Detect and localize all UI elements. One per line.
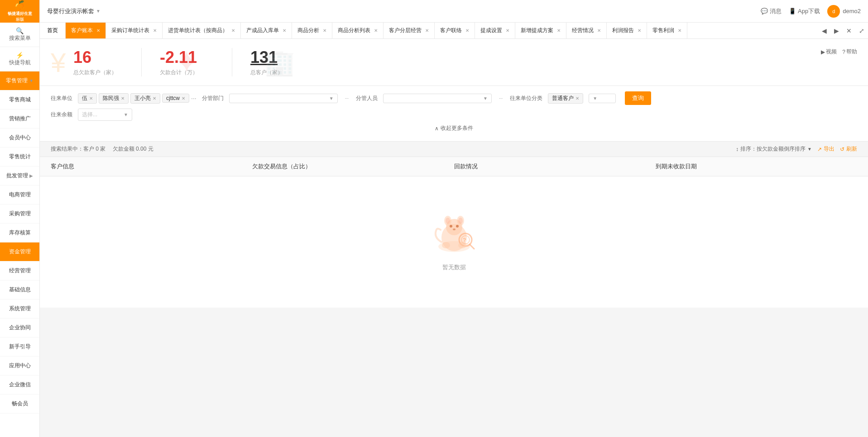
- more-tags-btn[interactable]: ···: [191, 95, 197, 102]
- close-icon[interactable]: ✕: [96, 28, 100, 33]
- nav-close-all-icon[interactable]: ✕: [843, 27, 855, 34]
- sidebar-item-inventory[interactable]: 库存核算: [0, 223, 39, 242]
- tab-label: 新增提成方案: [521, 27, 553, 34]
- account-selector[interactable]: 母婴行业演示帐套 ▼: [47, 7, 101, 15]
- sidebar-item-finance[interactable]: 资金管理: [0, 242, 39, 261]
- tab-profit-report[interactable]: 利润报告 ✕: [607, 23, 647, 39]
- svg-point-6: [458, 218, 463, 224]
- topbar-right: 💬 消息 📱 App下载 d demo2: [761, 5, 861, 18]
- nav-next-icon[interactable]: ▶: [830, 27, 843, 34]
- svg-line-12: [470, 244, 474, 249]
- unit-filter-label: 往来单位: [51, 95, 72, 102]
- close-icon[interactable]: ✕: [678, 28, 681, 33]
- close-icon[interactable]: ✕: [597, 28, 601, 33]
- yuan-bg-icon: ¥: [51, 47, 66, 78]
- svg-point-8: [456, 225, 459, 228]
- tab-new-commission[interactable]: 新增提成方案 ✕: [515, 23, 566, 39]
- collapse-filter-btn[interactable]: ∧ 收起更多条件: [431, 123, 477, 134]
- remove-tag-btn[interactable]: ✕: [182, 96, 185, 101]
- video-help-btn[interactable]: ▶ 视频: [821, 48, 837, 56]
- close-icon[interactable]: ✕: [506, 28, 509, 33]
- nav-prev-icon[interactable]: ◀: [818, 27, 830, 34]
- sidebar-item-enterprise-collab[interactable]: 企业协同: [0, 318, 39, 337]
- tab-retail-profit[interactable]: 零售利润 ✕: [647, 23, 687, 39]
- unit-type-selector[interactable]: ▼: [589, 94, 616, 103]
- sidebar-item-retail-mall[interactable]: 零售商城: [0, 90, 39, 109]
- download-icon: 📱: [789, 8, 796, 14]
- tab-product-analysis[interactable]: 商品分析 ✕: [292, 23, 332, 39]
- sidebar-item-wholesale[interactable]: 批发管理 ▶: [0, 166, 39, 185]
- sidebar-item-marketing[interactable]: 营销推广: [0, 109, 39, 128]
- close-icon[interactable]: ✕: [425, 28, 429, 33]
- messages-btn[interactable]: 💬 消息: [761, 7, 782, 15]
- remove-tag-btn[interactable]: ✕: [575, 96, 579, 101]
- tab-customer-tier[interactable]: 客户分层经营 ✕: [384, 23, 435, 39]
- chevron-down-icon: ▼: [29, 78, 34, 83]
- sidebar-item-retail-stats[interactable]: 零售统计: [0, 147, 39, 166]
- remove-tag-btn[interactable]: ✕: [121, 96, 125, 101]
- topbar: 母婴行业演示帐套 ▼ 💬 消息 📱 App下载 d demo2: [40, 0, 868, 23]
- query-button[interactable]: 查询: [625, 91, 651, 105]
- sidebar-item-member[interactable]: 畅会员: [0, 394, 39, 413]
- sidebar-item-wechat[interactable]: 企业微信: [0, 375, 39, 394]
- dept-filter-label: 分管部门: [202, 95, 224, 102]
- tab-product-analysis-list[interactable]: 商品分析列表 ✕: [332, 23, 384, 39]
- sidebar-item-system[interactable]: 系统管理: [0, 299, 39, 318]
- person-more-btn[interactable]: ···: [497, 95, 504, 102]
- sidebar-item-newbie[interactable]: 新手引导: [0, 337, 39, 356]
- tab-customer-ledger[interactable]: 客户账本 ✕: [66, 23, 106, 39]
- sidebar-item-basic-info[interactable]: 基础信息: [0, 280, 39, 299]
- remove-tag-btn[interactable]: ✕: [153, 96, 156, 101]
- close-icon[interactable]: ✕: [231, 28, 235, 33]
- tab-home[interactable]: 首页: [40, 23, 66, 39]
- sidebar-item-label: 营销推广: [9, 115, 31, 122]
- table-col-3: 回款情况: [454, 162, 656, 171]
- close-icon[interactable]: ✕: [638, 28, 641, 33]
- video-label: 视频: [826, 48, 837, 56]
- refresh-btn[interactable]: ↺ 刷新: [840, 145, 857, 153]
- sidebar-item-purchase[interactable]: 采购管理: [0, 204, 39, 223]
- logo-sub: 标版: [16, 17, 24, 23]
- tab-customer-contact[interactable]: 客户联络 ✕: [435, 23, 475, 39]
- export-btn[interactable]: ↗ 导出: [817, 145, 834, 153]
- nav-expand-icon[interactable]: ⤢: [855, 27, 868, 34]
- sidebar-item-label: 零售商城: [9, 96, 31, 103]
- close-icon[interactable]: ✕: [283, 28, 286, 33]
- close-icon[interactable]: ✕: [374, 28, 378, 33]
- chevron-up-icon: ∧: [435, 125, 439, 132]
- sidebar-item-label: 零售统计: [9, 153, 31, 160]
- sidebar-item-member-center[interactable]: 会员中心: [0, 128, 39, 147]
- filter-tag: cjttcw ✕: [162, 94, 189, 103]
- sidebar-item-label: 资金管理: [9, 248, 31, 255]
- tab-commission-settings[interactable]: 提成设置 ✕: [475, 23, 515, 39]
- sidebar-item-app-center[interactable]: 应用中心: [0, 356, 39, 375]
- close-icon[interactable]: ✕: [465, 28, 469, 33]
- sidebar-search[interactable]: 🔍 搜索菜单: [0, 23, 39, 47]
- tab-operations[interactable]: 经营情况 ✕: [566, 23, 607, 39]
- close-icon[interactable]: ✕: [153, 28, 157, 33]
- dept-selector[interactable]: ▼: [229, 94, 338, 103]
- filter-row-1: 往来单位 伍 ✕ 陈民强 ✕ 王小亮 ✕ cjttcw: [51, 91, 857, 105]
- help-btn[interactable]: ? 帮助: [842, 48, 857, 56]
- sidebar-nav-label: 快捷导航: [4, 59, 36, 66]
- sidebar-item-ecommerce[interactable]: 电商管理: [0, 185, 39, 204]
- close-icon[interactable]: ✕: [323, 28, 326, 33]
- remove-tag-btn[interactable]: ✕: [89, 96, 93, 101]
- app-download-btn[interactable]: 📱 App下载: [789, 7, 820, 15]
- sort-selector[interactable]: ↕ 排序：按欠款金额倒序排序 ▼: [736, 145, 812, 153]
- table-header: 客户信息 欠款交易信息（占比） 回款情况 到期未收款日期: [40, 157, 868, 176]
- refresh-icon: ↺: [840, 146, 844, 152]
- sidebar-item-retail-mgmt[interactable]: 零售管理 ▼: [0, 71, 39, 90]
- customer-unit: 家: [100, 146, 106, 152]
- sidebar-item-operations[interactable]: 经营管理: [0, 261, 39, 280]
- tab-purchase-order-stats[interactable]: 采购订单统计表 ✕: [106, 23, 163, 39]
- person-selector[interactable]: ▼: [383, 94, 492, 103]
- user-menu[interactable]: d demo2: [827, 5, 861, 18]
- sidebar-quick-nav[interactable]: ⚡ 快捷导航: [0, 47, 39, 71]
- close-icon[interactable]: ✕: [557, 28, 561, 33]
- dept-more-btn[interactable]: ···: [343, 95, 350, 102]
- tab-inbound-stats[interactable]: 进货单统计表（按商品） ✕: [163, 23, 241, 39]
- balance-selector[interactable]: 选择... ▼: [78, 109, 132, 121]
- unit-tags: 伍 ✕ 陈民强 ✕ 王小亮 ✕ cjttcw ✕ ···: [78, 93, 197, 104]
- tab-product-inbound[interactable]: 产成品入库单 ✕: [241, 23, 292, 39]
